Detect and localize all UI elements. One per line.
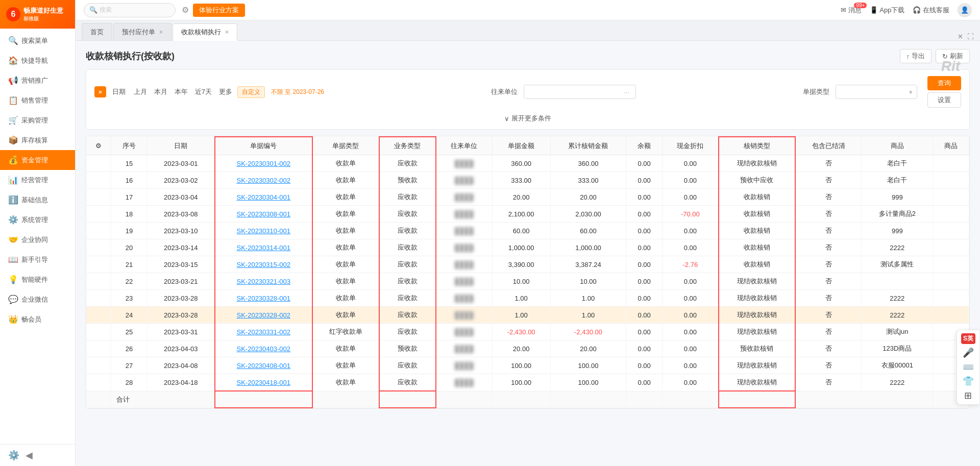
float-shirt-icon[interactable]: 👕 — [961, 376, 975, 387]
sidebar-item-stock[interactable]: 📦库存核算 — [0, 130, 75, 150]
row-skbh[interactable]: SK-20230331-002 — [215, 324, 313, 340]
col-header-balance: 余额 — [626, 137, 663, 155]
sidebar-settings-icon[interactable]: ⚙️ — [8, 450, 19, 461]
online-service-button[interactable]: 🎧 在线客服 — [913, 6, 949, 15]
float-mic-icon[interactable]: 🎤 — [961, 347, 975, 358]
row-skbh[interactable]: SK-20230314-001 — [215, 239, 313, 256]
user-avatar[interactable]: 👤 — [958, 3, 972, 17]
filter-partner-input[interactable]: ··· — [524, 85, 636, 99]
row-skbh-link[interactable]: SK-20230403-002 — [237, 345, 291, 353]
row-skbh-link[interactable]: SK-20230408-001 — [237, 362, 291, 370]
row-skbh-link[interactable]: SK-20230328-002 — [237, 311, 291, 319]
sidebar-item-search[interactable]: 🔍搜索菜单 — [0, 31, 75, 51]
filter-date-this-year[interactable]: 本年 — [173, 86, 190, 97]
settings-gear-icon[interactable]: ⚙ — [182, 5, 189, 15]
tab-expand-icon[interactable]: ⛶ — [967, 33, 974, 40]
filter-expand-button[interactable]: » — [94, 86, 106, 97]
row-check[interactable] — [86, 357, 111, 374]
filter-date-custom[interactable]: 自定义 — [237, 86, 265, 98]
sidebar-item-purchase[interactable]: 🛒采购管理 — [0, 110, 75, 130]
row-check[interactable] — [86, 155, 111, 172]
row-skbh-link[interactable]: SK-20230308-001 — [237, 210, 291, 218]
row-skbh[interactable]: SK-20230321-003 — [215, 273, 313, 290]
tab-yyfdd[interactable]: 预付应付单 × — [113, 23, 172, 40]
row-skbh-link[interactable]: SK-20230314-001 — [237, 244, 291, 252]
app-download-button[interactable]: 📱 App下载 — [870, 6, 904, 15]
query-button[interactable]: 查询 — [927, 76, 961, 90]
row-check[interactable] — [86, 239, 111, 256]
row-skbh-link[interactable]: SK-20230331-002 — [237, 328, 291, 336]
sidebar-item-corp[interactable]: 🤝企业协同 — [0, 230, 75, 250]
filter-doctype-select[interactable]: ▾ — [836, 85, 917, 99]
row-skbh[interactable]: SK-20230328-002 — [215, 307, 313, 324]
row-check[interactable] — [86, 324, 111, 340]
sidebar-item-marketing[interactable]: 📢营销推广 — [0, 70, 75, 90]
row-check[interactable] — [86, 206, 111, 223]
row-check[interactable] — [86, 374, 111, 391]
row-skbh-link[interactable]: SK-20230418-001 — [237, 379, 291, 386]
row-skbh-link[interactable]: SK-20230302-002 — [237, 177, 291, 184]
tab-skhxzx[interactable]: 收款核销执行 × — [173, 23, 237, 41]
messages-button[interactable]: ✉ 消息 99+ — [841, 6, 862, 15]
row-skbh-link[interactable]: SK-20230301-002 — [237, 160, 291, 167]
float-grid-icon[interactable]: ⊞ — [961, 390, 975, 401]
row-ywlx: 应收款 — [379, 256, 436, 273]
row-check[interactable] — [86, 307, 111, 324]
sidebar-item-finance[interactable]: 💰资金管理 — [0, 150, 75, 170]
filter-date-last-month[interactable]: 上月 — [132, 86, 149, 97]
col-header-settings[interactable]: ⚙ — [86, 137, 111, 155]
sidebar-item-hardware[interactable]: 💡智能硬件 — [0, 269, 75, 289]
row-check[interactable] — [86, 273, 111, 290]
row-skbh-link[interactable]: SK-20230310-001 — [237, 227, 291, 235]
filter-date-7days[interactable]: 近7天 — [193, 86, 214, 97]
row-check[interactable] — [86, 290, 111, 307]
footer-skbh — [215, 391, 313, 408]
float-s-english[interactable]: S英 — [961, 333, 975, 344]
row-check[interactable] — [86, 256, 111, 273]
row-skbh[interactable]: SK-20230302-002 — [215, 172, 313, 189]
member-label: 畅会员 — [21, 315, 41, 324]
row-skbh[interactable]: SK-20230315-002 — [215, 256, 313, 273]
row-skbh-link[interactable]: SK-20230321-003 — [237, 278, 291, 285]
sidebar-item-sales[interactable]: 📋销售管理 — [0, 90, 75, 110]
row-balance: 0.00 — [626, 374, 663, 391]
row-check[interactable] — [86, 223, 111, 239]
row-skbh[interactable]: SK-20230308-001 — [215, 206, 313, 223]
industry-solution-button[interactable]: 体验行业方案 — [193, 4, 245, 17]
sidebar-item-weixin[interactable]: 💬企业微信 — [0, 289, 75, 309]
row-check[interactable] — [86, 189, 111, 206]
tab-yyfdd-close-icon[interactable]: × — [159, 29, 163, 36]
row-check[interactable] — [86, 172, 111, 189]
row-check[interactable] — [86, 340, 111, 357]
row-skbh[interactable]: SK-20230310-001 — [215, 223, 313, 239]
partner-input-field[interactable] — [528, 88, 622, 96]
tab-close-all-icon[interactable]: ✕ — [958, 33, 963, 40]
partner-dots[interactable]: ··· — [624, 88, 629, 96]
sidebar-collapse-icon[interactable]: ◀ — [26, 450, 33, 461]
row-skbh[interactable]: SK-20230328-001 — [215, 290, 313, 307]
topbar-search[interactable]: 🔍 搜索 — [84, 3, 176, 17]
row-skbh[interactable]: SK-20230418-001 — [215, 374, 313, 391]
float-keyboard-icon[interactable]: ⌨️ — [961, 361, 975, 373]
row-partner: ████ — [436, 206, 492, 223]
row-skbh[interactable]: SK-20230304-001 — [215, 189, 313, 206]
row-skbh[interactable]: SK-20230301-002 — [215, 155, 313, 172]
export-button[interactable]: ↑ 导出 — [900, 49, 932, 63]
sidebar-item-operation[interactable]: 📊经营管理 — [0, 170, 75, 190]
sidebar-item-system[interactable]: ⚙️系统管理 — [0, 210, 75, 230]
filter-expand-more[interactable]: ∨ 展开更多条件 — [94, 112, 961, 123]
row-skbh[interactable]: SK-20230403-002 — [215, 340, 313, 357]
tab-skhxzx-close-icon[interactable]: × — [225, 29, 229, 36]
sidebar-item-guide[interactable]: 📖新手引导 — [0, 250, 75, 269]
row-skbh-link[interactable]: SK-20230315-002 — [237, 261, 291, 268]
sidebar-item-member[interactable]: 👑畅会员 — [0, 309, 75, 329]
row-skbh-link[interactable]: SK-20230304-001 — [237, 193, 291, 201]
filter-settings-button[interactable]: 设置 — [927, 92, 961, 108]
sidebar-item-nav[interactable]: 🏠快捷导航 — [0, 51, 75, 70]
tab-home[interactable]: 首页 — [82, 23, 112, 40]
filter-date-more[interactable]: 更多 — [217, 86, 234, 97]
row-skbh-link[interactable]: SK-20230328-001 — [237, 295, 291, 302]
filter-date-this-month[interactable]: 本月 — [152, 86, 169, 97]
sidebar-item-base[interactable]: ℹ️基础信息 — [0, 190, 75, 210]
row-skbh[interactable]: SK-20230408-001 — [215, 357, 313, 374]
